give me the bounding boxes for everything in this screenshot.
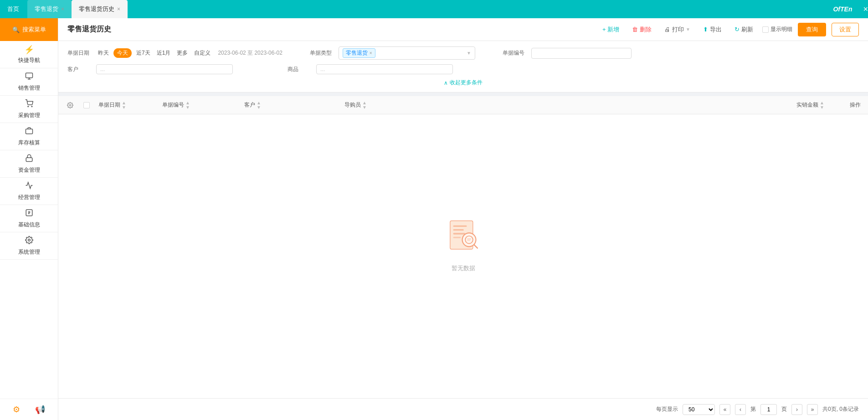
collapse-filter-btn[interactable]: ∧ 收起更多条件 [444, 79, 483, 87]
bill-type-tag-close[interactable]: × [370, 51, 372, 56]
refresh-button[interactable]: ↻ 刷新 [731, 24, 757, 36]
checkbox-show-detail[interactable] [762, 26, 769, 33]
inventory-icon [25, 127, 33, 137]
prev-page-button[interactable]: ‹ [735, 404, 746, 415]
svg-point-10 [69, 104, 71, 106]
date-opt-more[interactable]: 更多 [175, 48, 190, 58]
date-opt-today[interactable]: 今天 [113, 48, 132, 58]
sidebar-item-label: 采购管理 [18, 112, 40, 119]
sidebar-item-quick-nav[interactable]: ⚡ 快捷导航 [0, 41, 58, 68]
purchase-icon [25, 99, 33, 110]
goods-label: 商品 [288, 66, 313, 73]
svg-rect-0 [26, 73, 32, 78]
sidebar-item-finance[interactable]: 资金管理 [0, 150, 58, 178]
first-page-button[interactable]: « [719, 404, 730, 415]
customer-label: 客户 [67, 66, 92, 73]
operation-icon [25, 181, 33, 192]
empty-state: 暂无数据 [58, 114, 868, 398]
close-tab-history[interactable]: × [117, 6, 120, 12]
bill-type-label: 单据类型 [310, 49, 335, 57]
date-opt-7days[interactable]: 近7天 [134, 48, 152, 58]
goods-input[interactable]: ... [316, 64, 453, 74]
last-page-button[interactable]: » [807, 404, 818, 415]
print-button[interactable]: 🖨 打印 ▼ [661, 24, 694, 36]
tab-retail-return-history[interactable]: 零售退货历史 × [72, 0, 128, 18]
th-settings[interactable] [62, 102, 78, 108]
trash-icon: 🗑 [632, 26, 638, 33]
goods-placeholder: ... [320, 66, 325, 72]
goods-filter: 商品 ... [288, 64, 453, 74]
sort-amount-icon: ▲▼ [820, 101, 824, 110]
date-opt-1month[interactable]: 近1月 [155, 48, 173, 58]
th-amount[interactable]: 实销金额 ▲▼ [773, 101, 828, 110]
speaker-bottom-icon[interactable]: 📢 [35, 405, 45, 415]
sidebar: 🔍 搜索菜单 ⚡ 快捷导航 销售管理 采购管理 库存核算 [0, 18, 58, 420]
bill-no-input[interactable] [531, 48, 632, 59]
setting-button[interactable]: 设置 [832, 23, 859, 36]
main-layout: 🔍 搜索菜单 ⚡ 快捷导航 销售管理 采购管理 库存核算 [0, 18, 868, 420]
bill-type-filter: 单据类型 零售退货 × ▼ [310, 46, 475, 60]
date-opt-custom[interactable]: 自定义 [192, 48, 212, 58]
top-bar: 首页 零售退货 × 零售退货历史 × OfTEn × [0, 0, 868, 18]
sidebar-bottom: ⚙ 📢 [0, 399, 58, 420]
sort-date-icon: ▲▼ [122, 101, 126, 110]
sidebar-item-basic-info[interactable]: 基础信息 [0, 205, 58, 232]
th-guide[interactable]: 导购员 ▲▼ [341, 101, 432, 110]
sidebar-item-purchase[interactable]: 采购管理 [0, 96, 58, 123]
sidebar-item-system[interactable]: 系统管理 [0, 232, 58, 260]
date-options: 昨天 今天 近7天 近1月 更多 自定义 [96, 48, 212, 58]
settings-bottom-icon[interactable]: ⚙ [13, 405, 20, 415]
svg-point-1 [28, 106, 29, 107]
finance-icon [25, 154, 33, 164]
sidebar-item-inventory[interactable]: 库存核算 [0, 123, 58, 150]
topbar-right: OfTEn [833, 5, 859, 13]
tab-retail-return[interactable]: 零售退货 × [27, 0, 72, 18]
search-icon: 🔍 [12, 26, 20, 33]
svg-line-18 [474, 245, 478, 248]
page-size-label: 每页显示 [656, 405, 678, 413]
quick-nav-icon: ⚡ [24, 45, 34, 55]
sort-billno-icon: ▲▼ [185, 101, 190, 110]
print-dropdown-icon: ▼ [686, 27, 690, 32]
th-date[interactable]: 单据日期 ▲▼ [95, 101, 159, 110]
refresh-icon: ↻ [734, 26, 740, 33]
toolbar: + 新增 🗑 删除 🖨 打印 ▼ ⬆ 导出 ↻ 刷新 [599, 23, 859, 36]
page-number-input[interactable] [760, 404, 777, 415]
filter-row-1: 单据日期 昨天 今天 近7天 近1月 更多 自定义 2023-06-02 至 2… [67, 46, 859, 60]
close-tab-retail-return[interactable]: × [61, 6, 64, 12]
page-label-suffix: 页 [781, 405, 787, 413]
th-billno[interactable]: 单据编号 ▲▼ [159, 101, 241, 110]
window-close-button[interactable]: × [863, 5, 868, 14]
page-header: 零售退货历史 + 新增 🗑 删除 🖨 打印 ▼ ⬆ 导出 [58, 18, 868, 41]
bill-type-input[interactable]: 零售退货 × ▼ [339, 46, 475, 60]
bill-no-filter: 单据编号 [503, 48, 632, 59]
sidebar-item-label: 基础信息 [18, 221, 40, 229]
query-button[interactable]: 查询 [798, 23, 826, 36]
th-check-all[interactable] [78, 102, 95, 108]
filter-row-2: 客户 ... 商品 ... [67, 64, 859, 74]
date-opt-yesterday[interactable]: 昨天 [96, 48, 111, 58]
new-button[interactable]: + 新增 [599, 24, 623, 36]
check-all-checkbox[interactable] [83, 102, 90, 108]
date-filter: 单据日期 昨天 今天 近7天 近1月 更多 自定义 2023-06-02 至 2… [67, 48, 282, 58]
th-customer[interactable]: 客户 ▲▼ [241, 101, 341, 110]
tab-home[interactable]: 首页 [0, 0, 26, 18]
delete-button[interactable]: 🗑 删除 [628, 24, 655, 36]
sidebar-item-operation[interactable]: 经营管理 [0, 178, 58, 205]
th-action: 操作 [828, 101, 864, 109]
next-page-button[interactable]: › [791, 404, 802, 415]
date-range-display: 2023-06-02 至 2023-06-02 [218, 49, 282, 57]
svg-rect-3 [26, 129, 32, 134]
sales-icon [25, 72, 33, 82]
customer-input[interactable]: ... [96, 64, 233, 74]
sidebar-item-sales[interactable]: 销售管理 [0, 68, 58, 96]
empty-text: 暂无数据 [452, 264, 475, 272]
bill-no-label: 单据编号 [503, 49, 528, 57]
show-detail-toggle[interactable]: 显示明细 [762, 26, 792, 33]
page-size-select[interactable]: 20 50 100 [683, 404, 715, 415]
svg-rect-12 [453, 225, 467, 226]
sidebar-item-label: 销售管理 [18, 84, 40, 92]
sidebar-search[interactable]: 🔍 搜索菜单 [0, 18, 58, 41]
export-button[interactable]: ⬆ 导出 [699, 24, 725, 36]
empty-icon [441, 213, 486, 259]
